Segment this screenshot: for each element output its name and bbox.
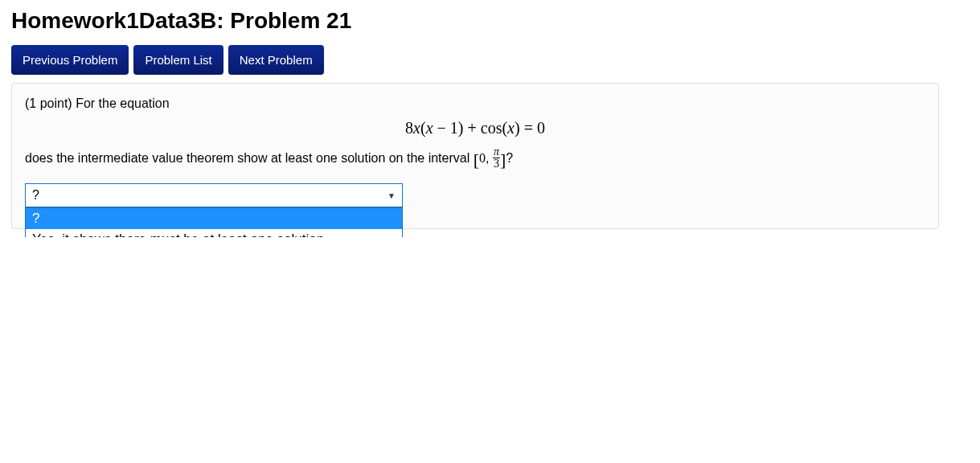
question-suffix: ? [506,151,513,165]
answer-option[interactable]: ? [26,208,402,229]
problem-nav: Previous Problem Problem List Next Probl… [11,45,969,75]
next-problem-button[interactable]: Next Problem [228,45,324,75]
interval-open: [ [474,150,479,170]
question-prefix: does the intermediate value theorem show… [25,151,474,165]
problem-intro: (1 point) For the equation [25,96,925,111]
problem-panel: (1 point) For the equation 8x(x − 1) + c… [11,83,939,229]
interval-frac-den: 3 [493,158,500,170]
answer-select-closed[interactable]: ? ▼ [25,183,403,207]
interval-a: 0 [479,151,486,165]
answer-select-options: ? Yes, it shows there must be at least o… [25,207,403,237]
problem-equation: 8x(x − 1) + cos(x) = 0 [25,119,925,137]
answer-option[interactable]: Yes, it shows there must be at least one… [26,229,402,237]
answer-select[interactable]: ? ▼ ? Yes, it shows there must be at lea… [25,183,403,207]
problem-question: does the intermediate value theorem show… [25,147,925,170]
answer-select-value: ? [32,188,39,203]
interval-fraction: π3 [493,146,500,170]
interval-comma: , [486,151,493,165]
problem-list-button[interactable]: Problem List [133,45,223,75]
previous-problem-button[interactable]: Previous Problem [11,45,129,75]
interval-frac-num: π [493,146,500,158]
chevron-down-icon: ▼ [387,191,396,200]
page-title: Homework1Data3B: Problem 21 [11,8,969,34]
